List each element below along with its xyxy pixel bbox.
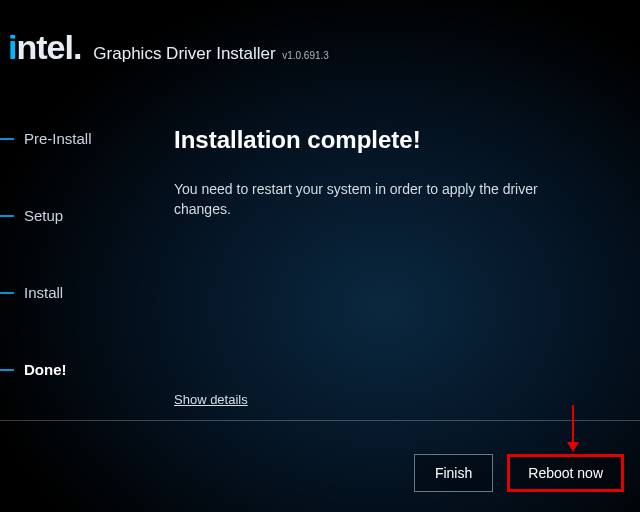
step-done: Done! [0, 361, 92, 378]
step-pre-install: Pre-Install [0, 130, 92, 147]
finish-button[interactable]: Finish [414, 454, 493, 492]
header: intel. Graphics Driver Installer v1.0.69… [0, 0, 640, 67]
body-text: You need to restart your system in order… [174, 180, 594, 219]
reboot-now-button[interactable]: Reboot now [507, 454, 624, 492]
intel-logo: intel. [8, 28, 81, 67]
footer-buttons: Finish Reboot now [414, 454, 624, 492]
divider [0, 420, 640, 421]
step-tick-icon [0, 215, 14, 217]
annotation-arrow-icon [572, 422, 574, 450]
step-label: Install [24, 284, 63, 301]
app-version: v1.0.691.3 [282, 50, 329, 61]
step-install: Install [0, 284, 92, 301]
annotation-arrow-icon [572, 405, 574, 423]
main-content: Installation complete! You need to resta… [174, 126, 616, 219]
step-sidebar: Pre-Install Setup Install Done! [0, 130, 92, 378]
page-heading: Installation complete! [174, 126, 616, 154]
app-title: Graphics Driver Installer [93, 44, 275, 63]
step-label: Pre-Install [24, 130, 92, 147]
step-label: Done! [24, 361, 67, 378]
step-label: Setup [24, 207, 63, 224]
step-tick-icon [0, 369, 14, 371]
step-setup: Setup [0, 207, 92, 224]
step-tick-icon [0, 292, 14, 294]
step-tick-icon [0, 138, 14, 140]
show-details-link[interactable]: Show details [174, 392, 248, 407]
